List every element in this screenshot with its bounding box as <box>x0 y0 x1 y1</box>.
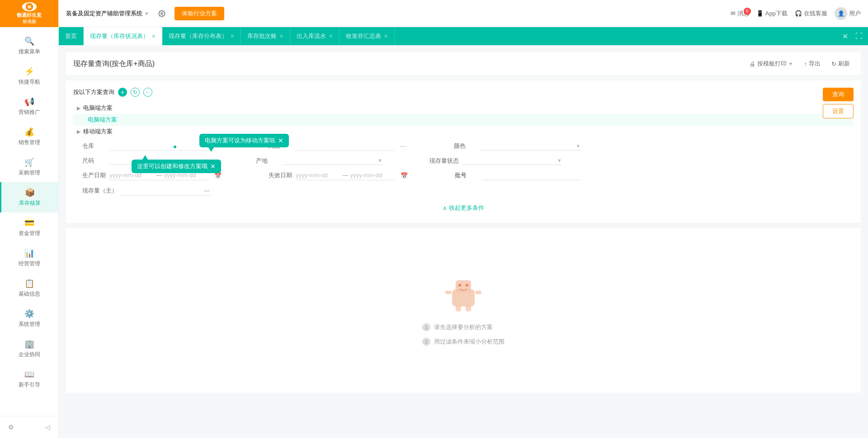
warehouse-input[interactable] <box>109 141 209 151</box>
message-icon: ✉ <box>731 10 736 17</box>
scheme-mobile[interactable]: ▶ 移动端方案 <box>73 126 854 137</box>
svg-point-5 <box>458 284 461 287</box>
empty-state: 1 请先选择要分析的方案 2 用过滤条件来缩小分析范围 <box>66 246 861 375</box>
export-btn[interactable]: ↑ 导出 <box>801 58 825 70</box>
refresh-icon: ↻ <box>831 61 836 67</box>
filter-back-btn[interactable]: ← <box>143 88 152 97</box>
search-icon: 🔍 <box>24 36 34 46</box>
export-label: 导出 <box>809 60 821 68</box>
empty-svg <box>443 273 484 314</box>
scheme-pc-sub[interactable]: 电脑端方案 <box>73 114 854 126</box>
stock-status-select[interactable]: ▼ <box>462 156 562 165</box>
tooltip2-arrow <box>142 155 148 160</box>
refresh-btn[interactable]: ↻ 刷新 <box>828 58 854 70</box>
print-icon: 🖨 <box>750 61 755 67</box>
message-badge: 6 <box>744 8 751 15</box>
filter-cycle-btn[interactable]: ↻ <box>131 88 140 97</box>
goods-input[interactable] <box>295 141 395 151</box>
stock-qty-label: 现存量（主） <box>82 187 118 195</box>
sidebar-item-inventory[interactable]: 📦 库存核算 <box>0 182 58 212</box>
stock-qty-from[interactable] <box>121 186 202 195</box>
sidebar-item-operations[interactable]: 📊 经营管理 <box>0 243 58 273</box>
settings-icon-btn[interactable]: ⚙ <box>5 421 17 433</box>
top-header: 装备及固定资产辅助管理系统 ▼ 体验行业方案 ✉ 消息 6 📱 App下载 🎧 … <box>59 0 868 27</box>
tab-inventory-status[interactable]: 现存量（库存状况表） ✕ <box>84 27 162 45</box>
system-selector[interactable]: 装备及固定资产辅助管理系统 ▼ <box>66 9 149 18</box>
tab-inventory-status-close[interactable]: ✕ <box>151 33 156 39</box>
tab-batch-approve-close[interactable]: ✕ <box>279 33 283 39</box>
expire-date-input[interactable] <box>296 170 341 180</box>
scheme-pc-label: 电脑端方案 <box>83 104 113 112</box>
tooltip-scheme-mobile-close[interactable]: ✕ <box>278 137 283 144</box>
sidebar-item-quick[interactable]: ⚡ 快捷导航 <box>0 61 58 91</box>
expire-date-dash: — <box>343 172 349 179</box>
tab-recv-summary-close[interactable]: ✕ <box>384 33 388 39</box>
header-settings-btn[interactable] <box>155 6 169 21</box>
scheme-pc[interactable]: ▶ 电脑端方案 <box>73 102 854 114</box>
filter-add-btn[interactable]: + <box>118 88 127 97</box>
tooltip-create-scheme-close[interactable]: ✕ <box>210 163 216 170</box>
sidebar-item-enterprise[interactable]: 🏢 企业协同 <box>0 334 58 364</box>
svg-rect-8 <box>475 291 481 294</box>
tab-inout-flow-close[interactable]: ✕ <box>329 33 333 39</box>
sidebar-item-marketing[interactable]: 📢 营销推广 <box>0 91 58 122</box>
tab-inout-flow[interactable]: 出入库流水 ✕ <box>290 27 340 45</box>
search-btn[interactable]: 查询 <box>823 88 854 101</box>
origin-select[interactable]: ▼ <box>283 156 382 165</box>
stock-status-dropdown-icon: ▼ <box>557 158 562 163</box>
page-title: 现存量查询(按仓库+商品) <box>73 59 155 69</box>
tab-recv-summary-label: 收发存汇总表 <box>346 32 381 40</box>
messages-btn[interactable]: ✉ 消息 6 <box>731 9 749 18</box>
tab-recv-summary[interactable]: 收发存汇总表 ✕ <box>340 27 395 45</box>
tab-close-all-btn[interactable]: ✕ <box>840 30 850 42</box>
template-arrow-icon: ▼ <box>788 61 793 66</box>
industry-solution-btn[interactable]: 体验行业方案 <box>175 7 224 20</box>
tab-inventory-dist-close[interactable]: ✕ <box>230 33 234 39</box>
reset-btn[interactable]: 设置 <box>823 104 854 118</box>
template-print-btn[interactable]: 🖨 按模板打印 ▼ <box>746 58 797 70</box>
export-icon: ↑ <box>804 61 807 67</box>
sidebar-item-purchase[interactable]: 🛒 采购管理 <box>0 152 58 182</box>
expire-date-input-end[interactable] <box>350 170 396 180</box>
sidebar-item-finance[interactable]: 💳 资金管理 <box>0 212 58 243</box>
stock-qty-field: 现存量（主） — <box>82 186 212 196</box>
collapse-sidebar-btn[interactable]: ◁ <box>41 421 54 433</box>
filter-row-1: 仓库 ··· 商品 ··· 颜色 ▼ <box>80 141 854 151</box>
user-btn[interactable]: 👤 用户 <box>835 7 861 20</box>
tab-inventory-dist[interactable]: 现存量（库存分布表） ✕ <box>162 27 241 45</box>
online-service-label: 在线客服 <box>804 9 827 18</box>
book-icon: 📖 <box>24 369 34 379</box>
lightning-icon: ⚡ <box>24 66 34 76</box>
empty-tip-1: 1 请先选择要分析的方案 <box>422 321 505 333</box>
empty-state-section: 1 请先选择要分析的方案 2 用过滤条件来缩小分析范围 <box>66 228 861 393</box>
tab-batch-approve[interactable]: 库存批次账 ✕ <box>241 27 290 45</box>
expire-date-label: 失效日期 <box>269 171 292 179</box>
sidebar-item-sales[interactable]: 💰 销售管理 <box>0 122 58 152</box>
sidebar-item-basic[interactable]: 📋 基础信息 <box>0 273 58 303</box>
empty-illustration <box>443 273 484 314</box>
batch-input[interactable] <box>482 170 581 180</box>
tab-home[interactable]: 首页 <box>59 27 84 45</box>
mobile-expand-icon: ▶ <box>77 129 80 135</box>
online-service-btn[interactable]: 🎧 在线客服 <box>795 9 827 18</box>
app-download-btn[interactable]: 📱 App下载 <box>756 9 788 18</box>
size-label: 尺码 <box>82 157 106 165</box>
collapse-btn[interactable]: ∧ 收起更多条件 <box>439 200 488 216</box>
sidebar-item-newbie[interactable]: 📖 新手引导 <box>0 364 58 394</box>
tab-fullscreen-btn[interactable]: ⛶ <box>854 30 864 42</box>
filter-action-btns: 查询 设置 <box>823 88 854 118</box>
stock-qty-dash: — <box>204 187 210 194</box>
expire-date-field: 失效日期 — 📅 <box>269 170 408 180</box>
tab-bar: 首页 现存量（库存状况表） ✕ 现存量（库存分布表） ✕ 库存批次账 ✕ 出入库… <box>59 27 868 45</box>
sidebar-item-search[interactable]: 🔍 搜索菜单 <box>0 31 58 61</box>
sidebar-item-system[interactable]: ⚙️ 系统管理 <box>0 303 58 334</box>
color-select[interactable]: ▼ <box>481 142 580 151</box>
batch-label: 批号 <box>455 171 478 179</box>
expire-date-calendar-icon[interactable]: 📅 <box>401 172 408 179</box>
collapse-up-icon: ∧ <box>443 205 447 212</box>
tooltip-create-scheme: 这里可以创建和修改方案哦 ✕ <box>132 160 221 173</box>
goods-dots-icon[interactable]: ··· <box>400 141 407 151</box>
app-tagline: 标准版 <box>23 19 36 25</box>
content-inner: 现存量查询(按仓库+商品) 🖨 按模板打印 ▼ ↑ 导出 ↻ 刷新 <box>59 45 868 400</box>
sidebar-nav: 🔍 搜索菜单 ⚡ 快捷导航 📢 营销推广 💰 销售管理 🛒 采购管理 📦 库存核… <box>0 27 58 416</box>
